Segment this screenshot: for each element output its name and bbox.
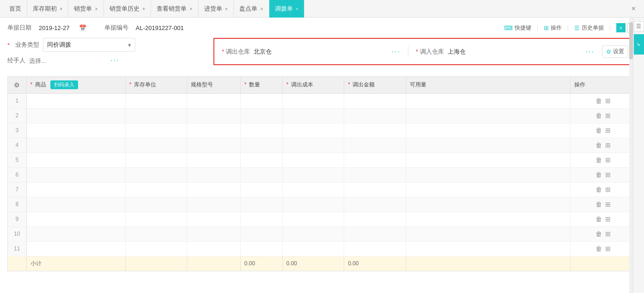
- cell-product-5[interactable]: [26, 153, 125, 167]
- cell-spec-11[interactable]: [187, 241, 241, 256]
- history-button[interactable]: ☰ 历史单据: [574, 24, 604, 32]
- delete-icon-10[interactable]: 🗑: [595, 230, 602, 238]
- cell-cost-3[interactable]: [282, 123, 344, 138]
- cell-amount-7[interactable]: [344, 182, 406, 197]
- delete-icon-4[interactable]: 🗑: [595, 141, 602, 149]
- cell-qty-6[interactable]: [240, 167, 282, 182]
- warehouse-in-more-icon[interactable]: ···: [586, 48, 595, 56]
- vertical-scrollbar[interactable]: [629, 18, 633, 277]
- cell-available-1[interactable]: [406, 93, 570, 108]
- copy-icon-6[interactable]: ⊞: [605, 171, 611, 178]
- copy-icon-9[interactable]: ⊞: [605, 215, 611, 223]
- tab-purchase-order-close[interactable]: ×: [225, 6, 228, 12]
- operations-button[interactable]: ⊞ 操作: [544, 24, 562, 32]
- cell-spec-9[interactable]: [187, 212, 241, 226]
- tab-sales-history-close[interactable]: ×: [142, 6, 145, 12]
- cell-unit-7[interactable]: [125, 182, 187, 197]
- cell-amount-10[interactable]: [344, 226, 406, 241]
- cell-spec-10[interactable]: [187, 226, 241, 241]
- cell-product-7[interactable]: [26, 182, 125, 197]
- delete-icon-5[interactable]: 🗑: [595, 156, 602, 164]
- cell-amount-4[interactable]: [344, 138, 406, 153]
- cell-cost-9[interactable]: [282, 212, 344, 226]
- copy-icon-1[interactable]: ⊞: [605, 97, 611, 104]
- cell-qty-8[interactable]: [240, 197, 282, 212]
- window-close-button[interactable]: ×: [627, 5, 640, 13]
- tab-purchase-order[interactable]: 进货单 ×: [199, 0, 234, 18]
- cell-amount-2[interactable]: [344, 108, 406, 123]
- delete-icon-2[interactable]: 🗑: [595, 112, 602, 119]
- tab-stock-init[interactable]: 库存期初 ×: [27, 0, 68, 18]
- cell-unit-1[interactable]: [125, 93, 187, 108]
- cell-cost-10[interactable]: [282, 226, 344, 241]
- cell-qty-2[interactable]: [240, 108, 282, 123]
- cell-amount-6[interactable]: [344, 167, 406, 182]
- scrollbar-thumb[interactable]: [629, 22, 633, 59]
- cell-product-3[interactable]: [26, 123, 125, 138]
- cell-unit-8[interactable]: [125, 197, 187, 212]
- cell-unit-10[interactable]: [125, 226, 187, 241]
- delete-icon-6[interactable]: 🗑: [595, 171, 602, 178]
- cell-product-10[interactable]: [26, 226, 125, 241]
- cell-unit-2[interactable]: [125, 108, 187, 123]
- cell-amount-1[interactable]: [344, 93, 406, 108]
- settings-button[interactable]: ⚙ 设置: [602, 45, 628, 58]
- shortcuts-button[interactable]: ⌨ 快捷键: [504, 24, 531, 32]
- sidebar-list-icon[interactable]: ☰: [634, 21, 644, 31]
- cell-unit-9[interactable]: [125, 212, 187, 226]
- cell-cost-8[interactable]: [282, 197, 344, 212]
- cell-cost-11[interactable]: [282, 241, 344, 256]
- copy-icon-10[interactable]: ⊞: [605, 230, 611, 238]
- table-settings-icon[interactable]: ⚙: [14, 81, 20, 89]
- cell-spec-2[interactable]: [187, 108, 241, 123]
- cell-available-10[interactable]: [406, 226, 570, 241]
- cell-qty-5[interactable]: [240, 153, 282, 167]
- cell-qty-7[interactable]: [240, 182, 282, 197]
- cell-qty-11[interactable]: [240, 241, 282, 256]
- cell-available-8[interactable]: [406, 197, 570, 212]
- cell-spec-1[interactable]: [187, 93, 241, 108]
- cell-amount-3[interactable]: [344, 123, 406, 138]
- cell-qty-9[interactable]: [240, 212, 282, 226]
- tab-inventory-close[interactable]: ×: [260, 6, 263, 12]
- copy-icon-5[interactable]: ⊞: [605, 156, 611, 164]
- cell-spec-4[interactable]: [187, 138, 241, 153]
- warehouse-out-more-icon[interactable]: ···: [392, 48, 401, 56]
- col-header-gear[interactable]: ⚙: [8, 77, 26, 93]
- cell-cost-6[interactable]: [282, 167, 344, 182]
- tab-sales-order-close[interactable]: ×: [95, 6, 97, 12]
- cell-product-2[interactable]: [26, 108, 125, 123]
- handler-input[interactable]: [29, 57, 107, 64]
- copy-icon-7[interactable]: ⊞: [605, 186, 611, 193]
- delete-icon-1[interactable]: 🗑: [595, 97, 602, 104]
- tab-view-sales-close[interactable]: ×: [189, 6, 192, 12]
- cell-unit-3[interactable]: [125, 123, 187, 138]
- cell-amount-11[interactable]: [344, 241, 406, 256]
- cell-available-6[interactable]: [406, 167, 570, 182]
- layout-list-icon[interactable]: ≡: [616, 23, 626, 32]
- cell-unit-4[interactable]: [125, 138, 187, 153]
- cell-spec-8[interactable]: [187, 197, 241, 212]
- delete-icon-11[interactable]: 🗑: [595, 245, 602, 252]
- copy-icon-2[interactable]: ⊞: [605, 112, 611, 119]
- cell-available-11[interactable]: [406, 241, 570, 256]
- cell-spec-3[interactable]: [187, 123, 241, 138]
- tab-inventory[interactable]: 盘点单 ×: [234, 0, 269, 18]
- cell-spec-7[interactable]: [187, 182, 241, 197]
- tab-stock-init-close[interactable]: ×: [60, 6, 62, 12]
- delete-icon-3[interactable]: 🗑: [595, 127, 602, 134]
- delete-icon-8[interactable]: 🗑: [595, 201, 602, 208]
- cell-product-4[interactable]: [26, 138, 125, 153]
- calendar-icon[interactable]: 📅: [79, 24, 86, 31]
- cell-available-4[interactable]: [406, 138, 570, 153]
- copy-icon-3[interactable]: ⊞: [605, 127, 611, 134]
- cell-spec-6[interactable]: [187, 167, 241, 182]
- cell-unit-5[interactable]: [125, 153, 187, 167]
- cell-amount-8[interactable]: [344, 197, 406, 212]
- tab-transfer-close[interactable]: ×: [296, 6, 298, 12]
- biz-type-select[interactable]: 同价调拨 ▾: [43, 38, 135, 52]
- scan-button[interactable]: 扫码录入: [50, 80, 78, 89]
- cell-available-3[interactable]: [406, 123, 570, 138]
- cell-cost-4[interactable]: [282, 138, 344, 153]
- cell-available-5[interactable]: [406, 153, 570, 167]
